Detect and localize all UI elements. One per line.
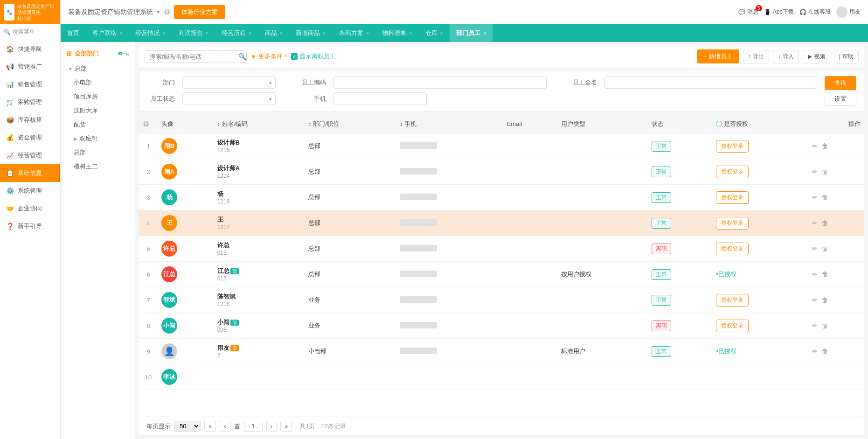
title-dropdown-icon[interactable]: ▾ xyxy=(157,8,160,15)
delete-icon[interactable]: 🗑 xyxy=(821,168,828,175)
delete-icon[interactable]: 🗑 xyxy=(821,219,828,227)
sidebar-item-inventory[interactable]: 📦 库存核算 xyxy=(0,111,60,129)
delete-icon[interactable]: 🗑 xyxy=(821,271,828,278)
tab-goods[interactable]: 商品 × xyxy=(258,24,289,42)
column-settings-icon[interactable]: ⚙ xyxy=(143,120,149,128)
close-goods-tab[interactable]: × xyxy=(280,30,283,36)
edit-icon[interactable]: ✏ xyxy=(812,296,818,304)
export-btn[interactable]: ↑ 导出 xyxy=(743,50,769,63)
edit-dept-icon[interactable]: ✏ xyxy=(118,50,124,57)
emp-status-select[interactable] xyxy=(182,92,276,105)
close-profit-tab[interactable]: × xyxy=(206,30,208,36)
auth-login-btn[interactable]: 授权登录 xyxy=(716,320,749,332)
dept-node-distribution[interactable]: 配货 xyxy=(61,118,135,132)
tab-profit[interactable]: 利润报告 × xyxy=(172,24,215,42)
reset-btn[interactable]: 设置 xyxy=(825,92,856,106)
tab-history[interactable]: 经营历程 × xyxy=(215,24,258,42)
sidebar-item-purchase[interactable]: 🛒 采购管理 xyxy=(0,93,60,111)
show-resigned-toggle[interactable]: ✓ 显示离职员工 xyxy=(291,52,336,61)
search-btn[interactable]: 🔍 xyxy=(238,53,246,60)
tab-customer[interactable]: 客户联络 × xyxy=(86,24,129,42)
close-operations-tab[interactable]: × xyxy=(162,30,165,36)
close-new-goods-tab[interactable]: × xyxy=(323,30,326,36)
tab-new-goods[interactable]: 新增商品 × xyxy=(289,24,332,42)
tab-barcode[interactable]: 条码方案 × xyxy=(333,24,375,42)
more-filter-btn[interactable]: ▼ 更多条件 ^ xyxy=(250,52,287,61)
tab-warehouse[interactable]: 仓库 × xyxy=(419,24,450,42)
dept-node-small-electric[interactable]: 小电部 xyxy=(61,76,135,90)
settings-icon[interactable]: ⚙ xyxy=(164,7,170,16)
auth-login-btn[interactable]: 授权登录 xyxy=(716,166,749,178)
edit-icon[interactable]: ✏ xyxy=(812,322,818,329)
close-barcode-tab[interactable]: × xyxy=(366,30,369,36)
page-input[interactable] xyxy=(244,421,263,432)
sidebar-item-collab[interactable]: 🤝 企业协同 xyxy=(0,200,60,217)
auth-login-btn[interactable]: 授权登录 xyxy=(716,140,749,153)
auth-info-icon[interactable]: ⓘ xyxy=(716,120,722,127)
emp-code-input[interactable] xyxy=(333,76,547,89)
sidebar-item-sales[interactable]: 📊 销售管理 xyxy=(0,76,60,93)
app-download-btn[interactable]: 📱 App下载 xyxy=(764,8,794,16)
sidebar-search[interactable]: 🔍 搜索菜单 xyxy=(0,24,60,40)
view-btn[interactable]: ▶ 视频 xyxy=(803,50,830,63)
prev-page-btn[interactable]: ‹ xyxy=(220,421,230,432)
delete-icon[interactable]: 🗑 xyxy=(821,322,828,329)
sidebar-item-basic[interactable]: 📋 基础信息 xyxy=(0,164,60,182)
phone-input[interactable] xyxy=(333,92,427,105)
delete-icon[interactable]: 🗑 xyxy=(821,194,828,201)
sidebar-item-operations[interactable]: 📈 经营管理 xyxy=(0,146,60,164)
tab-operations[interactable]: 经营情况 × xyxy=(129,24,172,42)
sidebar-item-shortcut[interactable]: 🏠 快捷导航 xyxy=(0,40,60,58)
dept-node-shuangzuoxiang[interactable]: ▶ 双座想 xyxy=(61,132,135,146)
edit-icon[interactable]: ✏ xyxy=(812,194,818,201)
delete-icon[interactable]: 🗑 xyxy=(821,348,828,355)
delete-icon[interactable]: 🗑 xyxy=(821,245,828,252)
sidebar-item-marketing[interactable]: 📢 营销推广 xyxy=(0,58,60,76)
close-warehouse-tab[interactable]: × xyxy=(440,30,443,36)
collapse-dept-icon[interactable]: « xyxy=(125,50,129,57)
tab-dept-staff[interactable]: 部门员工 × xyxy=(450,24,493,42)
add-employee-btn[interactable]: + 新增员工 xyxy=(697,49,739,63)
last-page-btn[interactable]: » xyxy=(280,421,292,432)
edit-icon[interactable]: ✏ xyxy=(812,271,818,278)
edit-icon[interactable]: ✏ xyxy=(812,348,818,355)
search-input[interactable] xyxy=(145,51,238,63)
close-customer-tab[interactable]: × xyxy=(119,30,122,36)
sidebar-item-system[interactable]: ⚙️ 系统管理 xyxy=(0,182,60,200)
per-page-select[interactable]: 50 100 xyxy=(174,421,201,432)
auth-login-btn[interactable]: 授权登录 xyxy=(716,294,749,307)
close-history-tab[interactable]: × xyxy=(249,30,251,36)
import-btn[interactable]: ↓ 导入 xyxy=(773,50,799,63)
auth-login-btn[interactable]: 授权登录 xyxy=(716,191,749,204)
edit-icon[interactable]: ✏ xyxy=(812,245,818,252)
auth-login-btn[interactable]: 授权登录 xyxy=(716,217,749,230)
help-btn[interactable]: | 帮助 xyxy=(834,50,859,63)
edit-icon[interactable]: ✏ xyxy=(812,219,818,227)
delete-icon[interactable]: 🗑 xyxy=(821,142,828,150)
auth-login-btn[interactable]: 授权登录 xyxy=(716,243,749,255)
first-page-btn[interactable]: « xyxy=(204,421,216,432)
next-page-btn[interactable]: › xyxy=(266,421,277,432)
dept-node-headquarters[interactable]: ▼ 总部 xyxy=(61,62,135,76)
sidebar-item-guide[interactable]: ❓ 新手引导 xyxy=(0,217,60,235)
delete-icon[interactable]: 🗑 xyxy=(821,296,828,304)
online-service-btn[interactable]: 🎧 在线客服 xyxy=(799,8,831,16)
query-btn[interactable]: 查询 xyxy=(825,76,856,90)
tab-home[interactable]: 首页 xyxy=(61,24,86,42)
sidebar-item-finance[interactable]: 💰 资金管理 xyxy=(0,129,60,146)
user-avatar[interactable]: 用友 xyxy=(836,7,861,18)
trial-btn[interactable]: 体验行业方案 xyxy=(174,5,225,19)
dept-node-hq[interactable]: 总部 xyxy=(61,146,135,160)
emp-name-input[interactable] xyxy=(604,76,818,89)
close-bom-tab[interactable]: × xyxy=(409,30,412,36)
dept-select[interactable] xyxy=(182,76,276,89)
dept-node-shenyang[interactable]: 沈阳大库 xyxy=(61,104,135,118)
row-status: 正常 xyxy=(648,159,713,185)
dept-node-project-warehouse[interactable]: 项目库房 xyxy=(61,90,135,104)
edit-icon[interactable]: ✏ xyxy=(812,142,818,150)
close-dept-tab[interactable]: × xyxy=(483,30,486,36)
message-btn[interactable]: 💬 消息 5 xyxy=(738,8,758,16)
dept-node-zhishu[interactable]: 植树王二 xyxy=(61,160,135,174)
tab-bom[interactable]: 物料清单 × xyxy=(375,24,418,42)
edit-icon[interactable]: ✏ xyxy=(812,168,818,175)
